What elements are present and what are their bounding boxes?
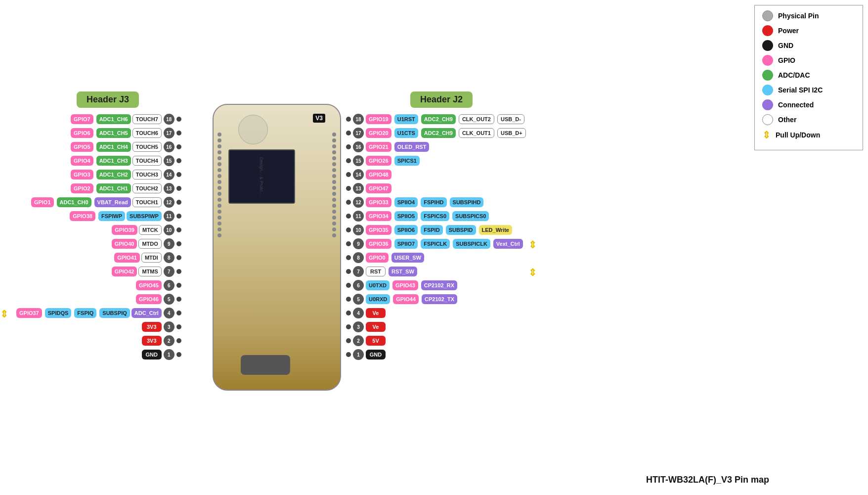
chips-container: MTMSGPIO42: [110, 267, 162, 276]
chip-3v3: 3V3: [142, 322, 162, 332]
pin-num: 18: [164, 114, 174, 125]
chip-gpio47: GPIO47: [366, 183, 391, 193]
legend-item-other: Other: [762, 114, 855, 125]
chip-3v3: 3V3: [142, 336, 162, 346]
chips-container: RSTRST_SW: [366, 267, 417, 276]
chip-touch7: TOUCH7: [132, 114, 162, 124]
legend-label-serial: Serial SPI I2C: [778, 86, 823, 94]
page-title: HTIT-WB32LA(F)_V3 Pin map: [646, 475, 769, 485]
pin-num: 7: [353, 266, 364, 277]
chip-gpio1: GPIO1: [31, 197, 54, 207]
board-pin-dot: [332, 198, 336, 202]
pin-num: 10: [353, 225, 364, 235]
pin-num: 5: [353, 294, 364, 305]
chip-adc1_ch6: ADC1_CH6: [96, 114, 131, 124]
j2-pin-row-8: 8GPIO0USER_SW: [346, 251, 526, 264]
pin-dot: [176, 186, 181, 191]
board-pins-left: [217, 132, 221, 238]
header-j2-label: Header J2: [410, 91, 473, 108]
chip-spiio6: SPIIO6: [394, 225, 418, 235]
chip-gpio21: GPIO21: [366, 142, 391, 152]
pin-dot: [346, 227, 351, 232]
pin-num: 9: [353, 238, 364, 249]
board-pin-dot: [217, 216, 221, 220]
chip-oled_rst: OLED_RST: [394, 142, 430, 152]
chip-mtck: MTCK: [139, 225, 162, 235]
chip-adc1_ch2: ADC1_CH2: [96, 170, 131, 180]
chip-touch3: TOUCH3: [132, 170, 162, 180]
chip-gpio33: GPIO33: [366, 197, 391, 207]
pin-num: 14: [353, 169, 364, 180]
pin-num: 4: [353, 308, 364, 318]
pin-num: 15: [353, 155, 364, 166]
board-pin-dot: [217, 222, 221, 225]
chip-gpio20: GPIO20: [366, 128, 391, 138]
pin-num: 12: [164, 197, 174, 208]
pin-dot: [346, 269, 351, 274]
j3-pin-row-3: 33V3: [15, 320, 181, 333]
board: V3 Design… & Proto…: [213, 104, 341, 391]
pin-num: 6: [164, 280, 174, 291]
j3-pullupdown-arrow: ⇕: [0, 308, 8, 320]
chip-gpio42: GPIO42: [112, 267, 137, 276]
pin-dot: [176, 324, 181, 329]
chip-mtms: MTMS: [138, 267, 161, 276]
legend-item-gnd: GND: [762, 40, 855, 51]
chip-gpio45: GPIO45: [136, 280, 162, 290]
pin-dot: [346, 338, 351, 343]
pin-dot: [176, 131, 181, 135]
pin-dot: [176, 158, 181, 163]
j3-pin-row-6: 6GPIO45: [15, 279, 181, 292]
chip-touch2: TOUCH2: [132, 183, 162, 193]
legend-label-other: Other: [778, 116, 796, 124]
chip-user_sw: USER_SW: [391, 253, 424, 263]
j3-pin-row-10: 10MTCKGPIO39: [15, 224, 181, 236]
pin-num: 16: [164, 141, 174, 152]
legend-item-serial: Serial SPI I2C: [762, 85, 855, 95]
power-icon: [762, 25, 773, 36]
chip-adc_ctrl: ADC_Ctrl: [131, 308, 162, 318]
legend: Physical Pin Power GND GPIO ADC/DAC Seri…: [754, 5, 863, 150]
chip-gpio6: GPIO6: [71, 128, 93, 138]
chip-spiio5: SPIIO5: [394, 211, 418, 221]
chip-gpio0: GPIO0: [366, 253, 389, 263]
j3-pin-rows: 18TOUCH7ADC1_CH6GPIO717TOUCH6ADC1_CH5GPI…: [15, 113, 181, 362]
chips-container: GPIO21OLED_RST: [366, 142, 429, 152]
board-pin-dot: [217, 156, 221, 160]
chip-gpio46: GPIO46: [136, 294, 162, 304]
chips-container: 5V: [366, 336, 386, 346]
chip-adc1_ch5: ADC1_CH5: [96, 128, 131, 138]
chips-container: GPIO35SPIIO6FSPIDSUBSPIDLED_Write: [366, 225, 512, 235]
j2-pin-row-1: 1GND: [346, 348, 526, 361]
j2-pin-row-14: 14GPIO48: [346, 168, 526, 181]
chip-vext_ctrl: Vext_Ctrl: [493, 239, 523, 249]
chips-container: SUBSPIWPFSPIWPGPIO38: [68, 211, 162, 221]
chip-gpio26: GPIO26: [366, 156, 391, 166]
connected-icon: [762, 99, 773, 110]
pin-dot: [346, 255, 351, 260]
pin-dot: [176, 255, 181, 260]
chip-gnd: GND: [142, 350, 162, 360]
j3-pin-row-9: 9MTDOGPIO40: [15, 237, 181, 250]
j2-pin-row-16: 16GPIO21OLED_RST: [346, 140, 526, 153]
chips-container: GND: [366, 350, 386, 360]
chip-spiio7: SPIIO7: [394, 239, 418, 249]
board-pin-dot: [217, 138, 221, 142]
j2-pin-row-6: 6U0TXDGPIO43CP2102_RX: [346, 279, 526, 292]
board-pin-dot: [332, 222, 336, 225]
chips-container: U0RXDGPIO44CP2102_TX: [366, 294, 457, 304]
chip-clk_out1: CLK_OUT1: [459, 128, 494, 138]
board-screen-text: Design… & Proto…: [260, 157, 264, 196]
main-container: Physical Pin Power GND GPIO ADC/DAC Seri…: [0, 0, 868, 495]
j2-pullupdown-arrow: ⇕: [528, 239, 537, 251]
board-pin-dot: [217, 144, 221, 148]
pin-dot: [346, 172, 351, 177]
chip-gpio2: GPIO2: [71, 183, 93, 193]
board-pin-dot: [332, 192, 336, 196]
pin-dot: [176, 172, 181, 177]
board-pin-dot: [217, 133, 221, 136]
j3-pin-row-16: 16TOUCH5ADC1_CH4GPIO5: [15, 140, 181, 153]
chip-fspihd: FSPIHD: [421, 197, 446, 207]
pin-dot: [176, 144, 181, 149]
chips-container: GPIO45: [136, 280, 162, 290]
